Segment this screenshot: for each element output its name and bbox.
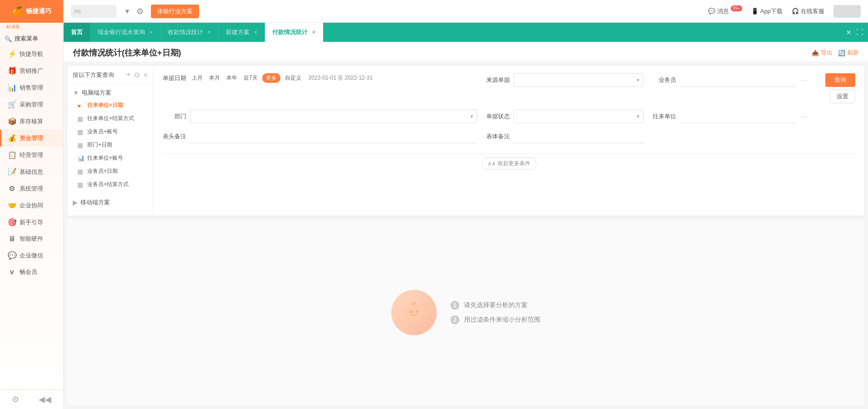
scheme-item-salesman-date[interactable]: ▦ 业务员+日期	[71, 165, 153, 178]
sidebar-item-basic[interactable]: 📝 基础信息	[0, 163, 63, 180]
sidebar-item-label: 资金管理	[20, 134, 43, 142]
scheme-group-mobile-header[interactable]: ▶ 移动端方案	[67, 197, 153, 208]
tab-bank-flow-label: 现金银行流水查询	[98, 28, 145, 36]
sidebar-item-wechat[interactable]: 💬 企业微信	[0, 247, 63, 264]
collapse-label: 收起更多条件	[498, 160, 530, 167]
service-icon: 🎧	[792, 8, 799, 15]
tab-new-scheme[interactable]: 新建方案 ×	[219, 23, 265, 42]
app-download-btn[interactable]: 📱 App下载	[751, 7, 783, 15]
tab-expand-btn[interactable]: ⛶	[856, 28, 863, 36]
scheme-collapse-btn[interactable]: «	[144, 71, 148, 79]
topbar: Rit ▾ ⚙ 体验行业方案 💬 消息 99+ 📱 App下载 🎧 在线客服	[64, 0, 868, 23]
salesman-more-btn[interactable]: ···	[799, 76, 810, 85]
scheme-item-icon-3: ▦	[77, 141, 85, 149]
user-avatar[interactable]	[833, 5, 861, 18]
date-opt-custom[interactable]: 自定义	[283, 73, 303, 83]
docstatus-select[interactable]: ▾	[514, 110, 644, 123]
mobile-group-collapse-icon: ▶	[73, 199, 78, 206]
sidebar-item-enterprise[interactable]: 🤝 企业协同	[0, 197, 63, 214]
scheme-panel-title: 按以下方案查询	[73, 71, 114, 79]
tab-payment-close[interactable]: ×	[312, 29, 315, 35]
scheme-item-icon-1: ▦	[77, 115, 85, 122]
counterpart-more-btn[interactable]: ···	[799, 112, 810, 121]
scheme-item-label: 业务员+账号	[87, 128, 118, 136]
tab-bank-flow-close[interactable]: ×	[150, 29, 153, 35]
sidebar-item-label: 快捷导航	[20, 50, 43, 58]
tab-close-all-btn[interactable]: ✕	[846, 28, 852, 37]
sidebar-item-system[interactable]: ⚙ 系统管理	[0, 180, 63, 197]
capital-icon: 💰	[8, 134, 16, 142]
avatar-dropdown-icon[interactable]: ▾	[125, 7, 129, 15]
dept-select[interactable]: ▾	[190, 110, 477, 123]
sidebar-gear-btn[interactable]: ⚙	[12, 394, 19, 404]
enterprise-icon: 🤝	[8, 201, 16, 210]
sidebar-item-label: 智能硬件	[20, 235, 43, 243]
counterpart-input[interactable]	[680, 110, 796, 123]
online-service-btn[interactable]: 🎧 在线客服	[792, 7, 824, 15]
tab-home[interactable]: 首页	[64, 23, 90, 42]
scheme-item-counterpart-date[interactable]: ● 往来单位+日期	[71, 99, 153, 112]
scheme-settings-btn[interactable]: ⊙	[134, 71, 140, 79]
scheme-item-salesman-account[interactable]: ▦ 业务员+账号	[71, 125, 153, 138]
sidebar-item-label: 采购管理	[20, 101, 43, 109]
scheme-group-desktop-header[interactable]: ▼ 电脑端方案	[67, 87, 153, 99]
operation-icon: 📋	[8, 151, 16, 159]
sidebar-item-marketing[interactable]: 🎁 营销推广	[0, 62, 63, 79]
scheme-item-label: 往来单位+日期	[87, 101, 123, 109]
sidebar-item-label: 经营管理	[20, 151, 43, 159]
scheme-item-counterpart-settlement[interactable]: ▦ 往来单位+结算方式	[71, 112, 153, 125]
svg-rect-3	[411, 314, 417, 316]
header-note-input[interactable]	[190, 130, 477, 143]
sales-icon: 📊	[8, 83, 16, 92]
tab-payment-stats[interactable]: 付款情况统计 ×	[265, 23, 323, 42]
export-btn[interactable]: 📤 导出	[812, 49, 833, 57]
date-opt-more[interactable]: 更多	[262, 73, 280, 83]
scheme-item-label: 往来单位+账号	[87, 154, 123, 162]
date-opt-7days[interactable]: 近7天	[242, 73, 259, 83]
refresh-label: 刷新	[847, 49, 859, 57]
filter-dept-field: 部门 ▾	[163, 110, 477, 123]
trial-btn[interactable]: 体验行业方案	[151, 5, 199, 18]
sidebar-item-sales[interactable]: 📊 销售管理	[0, 79, 63, 96]
refresh-btn[interactable]: 🔄 刷新	[838, 49, 859, 57]
sidebar-item-guide[interactable]: 🎯 新手引导	[0, 214, 63, 231]
scheme-items-desktop: ● 往来单位+日期 ▦ 往来单位+结算方式 ▦ 业务员+账号 ▦	[67, 99, 153, 191]
tab-collection-close[interactable]: ×	[208, 29, 211, 35]
scheme-add-btn[interactable]: +	[126, 71, 130, 79]
scheme-item-counterpart-account[interactable]: 📊 往来单位+账号	[71, 151, 153, 165]
date-opt-this-month[interactable]: 本月	[207, 73, 222, 83]
sidebar-item-label: 畅会员	[20, 268, 37, 276]
scheme-item-dept-date[interactable]: ▦ 部门+日期	[71, 138, 153, 151]
sidebar-search[interactable]: 🔍 搜索菜单	[0, 32, 63, 45]
search-label: 搜索菜单	[15, 35, 38, 43]
filter-settings-btn[interactable]: 设置	[830, 90, 855, 103]
sidebar-item-inventory[interactable]: 📦 库存核算	[0, 113, 63, 130]
body-note-input[interactable]	[514, 130, 644, 143]
scheme-item-icon-5: ▦	[77, 168, 85, 175]
dept-dropdown-icon: ▾	[470, 113, 473, 120]
sidebar-item-capital[interactable]: 💰 资金管理	[0, 130, 63, 146]
desktop-group-collapse-icon: ▼	[73, 89, 79, 96]
sidebar-item-quick-nav[interactable]: ⚡ 快捷导航	[0, 45, 63, 62]
date-opt-this-year[interactable]: 本年	[224, 73, 239, 83]
tabbar-actions: ✕ ⛶	[841, 23, 868, 42]
settings-gear-icon[interactable]: ⚙	[136, 6, 144, 16]
scheme-item-salesman-settlement[interactable]: ▦ 业务员+结算方式	[71, 178, 153, 191]
tab-collection-stats[interactable]: 收款情况统计 ×	[160, 23, 219, 42]
query-btn[interactable]: 查询	[825, 73, 855, 87]
date-opt-last-month[interactable]: 上月	[190, 73, 205, 83]
tab-new-scheme-close[interactable]: ×	[254, 29, 257, 35]
sidebar-item-hardware[interactable]: 🖥 智能硬件	[0, 231, 63, 247]
tab-payment-stats-label: 付款情况统计	[272, 28, 308, 36]
sidebar-item-operation[interactable]: 📋 经营管理	[0, 146, 63, 163]
sidebar-item-purchase[interactable]: 🛒 采购管理	[0, 96, 63, 113]
svg-rect-7	[421, 310, 424, 315]
tab-bank-flow[interactable]: 现金银行流水查询 ×	[90, 23, 160, 42]
sidebar-collapse-btn[interactable]: ◀◀	[39, 394, 51, 404]
messages-btn[interactable]: 💬 消息 99+	[708, 7, 742, 15]
salesman-input[interactable]	[680, 73, 796, 87]
tab-new-scheme-label: 新建方案	[226, 28, 249, 36]
source-select[interactable]: ▾	[514, 73, 644, 87]
collapse-more-btn[interactable]: ∧∧ 收起更多条件	[482, 157, 536, 170]
sidebar-item-member[interactable]: V 畅会员	[0, 264, 63, 280]
